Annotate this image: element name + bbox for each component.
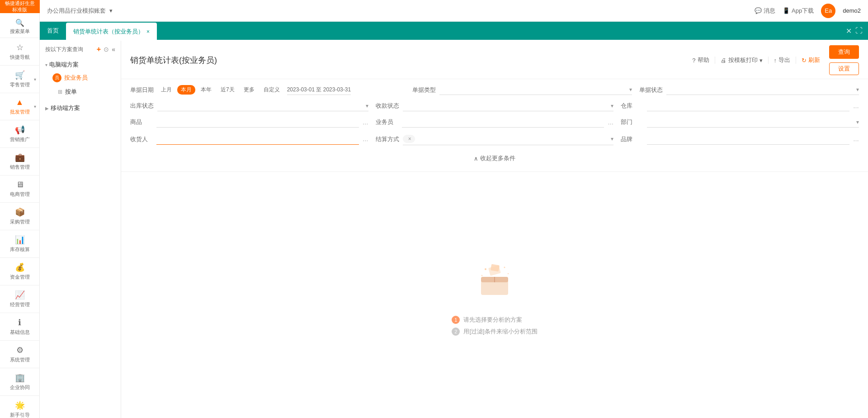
date-tab-this-year[interactable]: 本年 (197, 85, 215, 95)
desktop-scheme-toggle[interactable]: ▾ 电脑端方案 (40, 59, 121, 71)
settings-scheme-btn[interactable]: ⊙ (104, 46, 109, 53)
add-scheme-btn[interactable]: + (97, 45, 101, 53)
receiver-dots[interactable]: … (363, 136, 368, 142)
tabbar: 首页 销货单统计表（按业务员） × ✕ ⛶ (40, 22, 868, 40)
sidebar-item-retail[interactable]: 🛒 零售管理 ▾ (0, 66, 40, 93)
sidebar-item-operations[interactable]: 📈 经营管理 (0, 285, 40, 313)
staff-input[interactable] (402, 117, 604, 128)
sidebar-item-marketing[interactable]: 📢 营销推广 (0, 120, 40, 148)
goods-dots[interactable]: … (363, 119, 368, 126)
warehouse-dots[interactable]: … (853, 103, 859, 109)
mobile-scheme-toggle[interactable]: ▶ 移动端方案 (40, 102, 121, 114)
staff-dots[interactable]: … (608, 119, 613, 126)
window-expand-btn[interactable]: ⛶ (855, 27, 863, 35)
refresh-action[interactable]: ↻ 刷新 (802, 56, 820, 64)
date-tab-this-month[interactable]: 本月 (177, 85, 195, 95)
export-icon: ↑ (774, 57, 777, 64)
date-tab-last-month[interactable]: 上月 (157, 85, 175, 95)
logo-text: 畅捷通好生意 标准版 (5, 0, 35, 13)
warehouse-label: 仓库 (621, 102, 643, 110)
help-label: 帮助 (698, 56, 709, 64)
svg-point-7 (508, 273, 509, 274)
tab-close-icon[interactable]: × (146, 28, 150, 35)
sidebar-item-purchase[interactable]: 📦 采购管理 (0, 203, 40, 230)
out-status-arrow: ▾ (366, 103, 368, 109)
empty-tips: 1 请先选择要分析的方案 2 用[过滤]条件来缩小分析范围 (452, 316, 537, 336)
sidebar-item-newbie[interactable]: 🌟 新手引导 (0, 396, 40, 418)
date-tabs: 上月 本月 本年 近7天 更多 自定义 (157, 85, 283, 95)
doc-status-arrow: ▾ (856, 86, 859, 93)
message-label: 消息 (764, 7, 775, 15)
staff-filter: 业务员 … (376, 117, 614, 128)
doc-type-filter: 单据类型 ▾ (412, 85, 632, 95)
brand-input[interactable] (647, 134, 849, 145)
tab-sales-stat[interactable]: 销货单统计表（按业务员） × (66, 23, 157, 41)
payment-status-filter: 收款状态 ▾ (376, 101, 614, 111)
user-label: demo2 (843, 7, 861, 14)
workspace-arrow: ▾ (109, 7, 113, 14)
warehouse-filter: 仓库 … (621, 100, 859, 111)
sidebar-shortcut[interactable]: ☆ 快捷导航 (0, 38, 40, 66)
sidebar-item-sales[interactable]: 💼 销售管理 (0, 148, 40, 176)
settlement-select[interactable]: × ▾ (403, 133, 614, 145)
goods-input[interactable] (156, 117, 359, 128)
query-button[interactable]: 查询 (829, 45, 859, 59)
sidebar-item-basic[interactable]: ℹ 基础信息 (0, 313, 40, 341)
tip-text-2: 用[过滤]条件来缩小分析范围 (463, 328, 537, 336)
search-label: 搜索菜单 (10, 28, 30, 35)
workspace-selector[interactable]: 办公用品行业模拟账套 ▾ (47, 7, 113, 15)
filter-row-2: 出库状态 ▾ 收款状态 ▾ 仓库 (130, 100, 859, 111)
out-status-label: 出库状态 (130, 102, 154, 110)
user-avatar[interactable]: Ea (821, 4, 835, 18)
empty-tip-1: 1 请先选择要分析的方案 (452, 316, 537, 324)
sidebar-item-system[interactable]: ⚙ 系统管理 (0, 341, 40, 368)
action-divider2 (768, 57, 769, 64)
date-range-display[interactable]: 2023-03-01 至 2023-03-31 (287, 85, 351, 95)
export-action[interactable]: ↑ 导出 (774, 56, 791, 64)
date-tab-custom[interactable]: 自定义 (260, 85, 283, 95)
brand-dots[interactable]: … (853, 136, 859, 142)
help-icon: ? (692, 57, 695, 64)
shortcut-label: 快捷导航 (10, 54, 30, 61)
doc-type-select[interactable]: ▾ (439, 85, 632, 95)
receiver-label: 收货人 (130, 135, 153, 143)
sidebar-item-inventory[interactable]: 📊 库存核算 (0, 230, 40, 258)
department-select[interactable]: ▾ (647, 117, 859, 128)
mobile-scheme-group: ▶ 移动端方案 (40, 100, 121, 116)
topbar: 办公用品行业模拟账套 ▾ 💬 消息 📱 App下载 Ea demo2 (40, 0, 868, 22)
sidebar-item-enterprise[interactable]: 🏢 企业协同 (0, 368, 40, 396)
payment-status-select[interactable]: ▾ (403, 101, 614, 111)
sidebar-item-ecommerce[interactable]: 🖥 电商管理 (0, 176, 40, 203)
scheme-by-order[interactable]: ⊞ 按单 (40, 85, 121, 99)
message-action[interactable]: 💬 消息 (755, 7, 775, 15)
settings-button[interactable]: 设置 (829, 62, 859, 75)
collapse-bar[interactable]: ∧ 收起更多条件 (130, 151, 859, 166)
print-action[interactable]: 🖨 按模板打印 ▾ (721, 56, 763, 64)
receiver-input[interactable] (156, 134, 359, 145)
sidebar-item-finance[interactable]: 💰 资金管理 (0, 258, 40, 285)
app-download-action[interactable]: 📱 App下载 (783, 7, 814, 15)
query-set-group: 查询 设置 (829, 45, 859, 75)
page-actions: ? 帮助 🖨 按模板打印 ▾ ↑ 导出 (692, 45, 859, 75)
date-tab-last-7[interactable]: 近7天 (217, 85, 238, 95)
sidebar-search-item[interactable]: 🔍 搜索菜单 (0, 13, 39, 38)
out-status-select[interactable]: ▾ (157, 101, 368, 111)
doc-status-select[interactable]: ▾ (666, 85, 859, 95)
out-status-filter: 出库状态 ▾ (130, 101, 368, 111)
date-tab-more[interactable]: 更多 (240, 85, 258, 95)
inventory-icon: 📊 (15, 235, 25, 245)
help-action[interactable]: ? 帮助 (692, 56, 709, 64)
finance-icon: 💰 (15, 262, 25, 272)
collapse-panel-btn[interactable]: « (112, 46, 115, 53)
settlement-clear-btn[interactable]: × (408, 136, 411, 142)
sidebar-item-wholesale[interactable]: ▲ 批发管理 ▾ (0, 93, 40, 120)
desktop-arrow: ▾ (45, 62, 47, 67)
tab-home[interactable]: 首页 (40, 22, 66, 40)
app-download-label: App下载 (792, 7, 814, 15)
warehouse-input[interactable] (647, 100, 849, 111)
purchase-icon: 📦 (15, 207, 25, 217)
window-close-btn[interactable]: ✕ (846, 27, 852, 35)
doc-type-label: 单据类型 (412, 86, 436, 94)
empty-svg (472, 261, 517, 302)
scheme-by-staff[interactable]: 员 按业务员 (40, 71, 121, 85)
